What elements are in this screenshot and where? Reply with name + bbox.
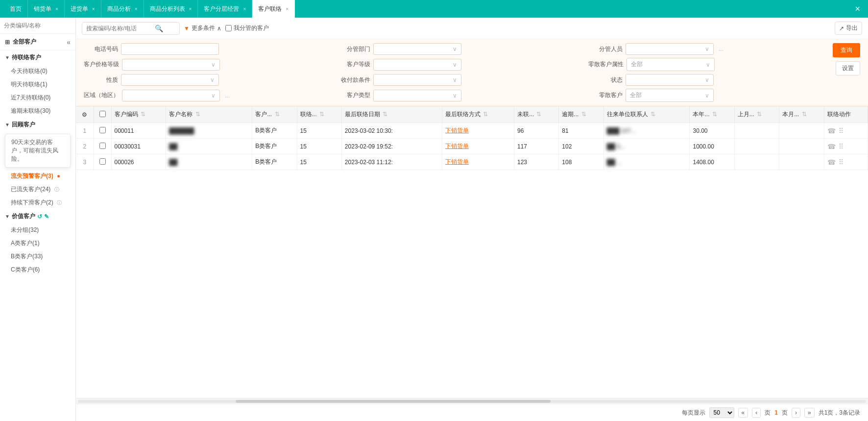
tab-purchase[interactable]: 进货单 × — [65, 0, 101, 18]
price-level-select[interactable]: ∨ — [122, 59, 220, 71]
close-icon[interactable]: × — [243, 6, 246, 12]
overdue-col-header[interactable]: 逾期... ⇅ — [559, 106, 603, 123]
person-select[interactable]: ∨ — [626, 43, 714, 55]
sidebar-item-declining[interactable]: 持续下滑客户(2) ⓘ — [0, 196, 75, 209]
contact-icon[interactable]: ☎ — [827, 158, 836, 166]
sidebar-item-ungrouped[interactable]: 未分组(32) — [0, 223, 75, 237]
window-close-button[interactable]: × — [851, 4, 864, 14]
contact-person-col-header[interactable]: 往来单位联系人 ⇅ — [603, 106, 690, 123]
sidebar-search-input[interactable] — [4, 22, 76, 29]
row-checkbox[interactable] — [99, 158, 106, 165]
search-input[interactable] — [86, 25, 155, 32]
customer-level-select[interactable]: ∨ — [373, 59, 461, 71]
filter-row-3: 性质 ∨ 收付款条件 ∨ — [84, 74, 833, 86]
tab-goods-analysis[interactable]: 商品分析 × — [101, 0, 144, 18]
more-actions-icon[interactable]: ⠿ — [839, 127, 844, 135]
tab-customer-layer[interactable]: 客户分层经营 × — [198, 0, 252, 18]
last-contact-type-col-header[interactable]: 最后联络方式 ⇅ — [442, 106, 514, 123]
row-overdue: 108 — [559, 154, 603, 170]
sort-icon: ⇅ — [275, 111, 280, 118]
my-customers-checkbox-wrap: 我分管的客户 — [225, 24, 269, 32]
sidebar-item-today[interactable]: 今天待联络(0) — [0, 65, 75, 78]
sidebar-item-churned[interactable]: 已流失客户(24) ⓘ — [0, 183, 75, 196]
export-button[interactable]: ↗ 导出 — [835, 22, 862, 35]
sidebar-item-a-class[interactable]: A类客户(1) — [0, 237, 75, 250]
tab-goods-analysis-list[interactable]: 商品分析列表 × — [144, 0, 198, 18]
page-size-select[interactable]: 50 100 — [709, 407, 734, 418]
next-page-button[interactable]: › — [792, 408, 800, 418]
close-icon[interactable]: × — [135, 6, 138, 12]
sidebar-item-c-class[interactable]: C类客户(6) — [0, 263, 75, 276]
edit-icon[interactable]: ✎ — [44, 213, 49, 220]
tab-customer-contact[interactable]: 客户联络 × — [252, 0, 295, 18]
refresh-icon[interactable]: ↺ — [37, 213, 42, 220]
settings-button[interactable]: 设置 — [836, 61, 860, 75]
contact-icon[interactable]: ☎ — [827, 127, 836, 135]
checkbox-col-header[interactable] — [94, 106, 111, 123]
settings-col-header[interactable]: ⚙ — [76, 106, 94, 123]
first-page-button[interactable]: « — [738, 408, 748, 418]
last-page-button[interactable]: » — [804, 408, 815, 418]
sidebar-item-7days[interactable]: 近7天待联络(0) — [0, 91, 75, 104]
contact-type-link[interactable]: 下销货单 — [445, 143, 469, 149]
close-icon[interactable]: × — [189, 6, 192, 12]
row-last-contact-date: 2023-02-09 19:52: — [341, 139, 442, 154]
dept-select[interactable]: ∨ — [373, 43, 461, 55]
chevron-down-icon: ∨ — [453, 92, 457, 99]
nature-select[interactable]: ∨ — [121, 74, 219, 86]
sidebar-section-review[interactable]: ▼ 回顾客户 — [0, 118, 75, 132]
query-button[interactable]: 查询 — [833, 43, 860, 57]
sidebar-item-overdue-contact[interactable]: 逾期未联络(30) — [0, 104, 75, 118]
my-customers-checkbox[interactable] — [225, 25, 232, 31]
contact-col-header[interactable]: 联络... ⇅ — [297, 106, 341, 123]
region-more-icon[interactable]: ... — [225, 92, 230, 99]
contact-type-link[interactable]: 下销货单 — [445, 127, 469, 134]
scrollbar-thumb[interactable] — [236, 400, 551, 403]
sidebar-section-pending[interactable]: ▼ 待联络客户 — [0, 50, 75, 65]
filter-more-btn[interactable]: ▼ 更多条件 ∧ — [184, 24, 221, 32]
tab-sales[interactable]: 销货单 × — [28, 0, 65, 18]
row-checkbox[interactable] — [99, 143, 106, 149]
sidebar-item-b-class[interactable]: B类客户(33) — [0, 250, 75, 263]
sidebar-item-churn-warning[interactable]: 流失预警客户(3) ● — [0, 170, 75, 183]
filter-row-1: 电话号码 分管部门 ∨ 分管人员 — [84, 43, 833, 55]
filter-field-nature: 性质 ∨ — [84, 74, 328, 86]
horizontal-scrollbar[interactable] — [76, 398, 868, 404]
zero-customer-select[interactable]: 全部 ∨ — [626, 89, 714, 102]
more-icon[interactable]: ... — [719, 46, 723, 52]
contact-icon[interactable]: ☎ — [827, 143, 836, 150]
phone-input[interactable] — [121, 43, 219, 55]
select-all-checkbox[interactable] — [99, 111, 106, 117]
this-month-col-header[interactable]: 本月... ⇅ — [779, 106, 824, 123]
more-actions-icon[interactable]: ⠿ — [839, 143, 844, 150]
action-col-header: 联络动作 — [824, 106, 868, 123]
region-select[interactable]: ∨ — [122, 90, 220, 101]
customer-type-select[interactable]: ∨ — [373, 90, 461, 101]
row-checkbox[interactable] — [99, 127, 106, 133]
close-icon[interactable]: × — [92, 6, 95, 12]
content-area: 🔍 ▼ 更多条件 ∧ 我分管的客户 ↗ 导出 — [76, 18, 868, 421]
sidebar-section-value[interactable]: ▼ 价值客户 ↺ ✎ — [0, 209, 75, 223]
last-month-col-header[interactable]: 上月... ⇅ — [734, 106, 779, 123]
last-contact-date-col-header[interactable]: 最后联络日期 ⇅ — [341, 106, 442, 123]
status-select[interactable]: ∨ — [626, 74, 714, 86]
tab-home[interactable]: 首页 — [4, 0, 28, 18]
prev-page-button[interactable]: ‹ — [752, 408, 761, 418]
code-col-header[interactable]: 客户编码 ⇅ — [111, 106, 166, 123]
row-action: ☎ ⠿ — [824, 123, 868, 139]
payment-select[interactable]: ∨ — [373, 74, 461, 86]
zero-attr-select[interactable]: 全部 ∨ — [627, 58, 715, 71]
contact-type-link[interactable]: 下销货单 — [445, 158, 469, 165]
row-type: B类客户 — [252, 154, 297, 170]
sidebar-all-customers[interactable]: ⊞ 全部客户 « — [0, 34, 75, 50]
sidebar-collapse-button[interactable]: « — [67, 38, 71, 46]
this-year-col-header[interactable]: 本年... ⇅ — [690, 106, 734, 123]
close-icon[interactable]: × — [286, 6, 289, 12]
type-col-header[interactable]: 客户... ⇅ — [252, 106, 297, 123]
close-icon[interactable]: × — [55, 6, 58, 12]
name-col-header[interactable]: 客户名称 ⇅ — [166, 106, 252, 123]
sidebar-item-tomorrow[interactable]: 明天待联络(1) — [0, 78, 75, 91]
no-contact-days-col-header[interactable]: 未联... ⇅ — [514, 106, 558, 123]
more-actions-icon[interactable]: ⠿ — [839, 158, 844, 166]
search-icon[interactable]: 🔍 — [155, 25, 163, 32]
